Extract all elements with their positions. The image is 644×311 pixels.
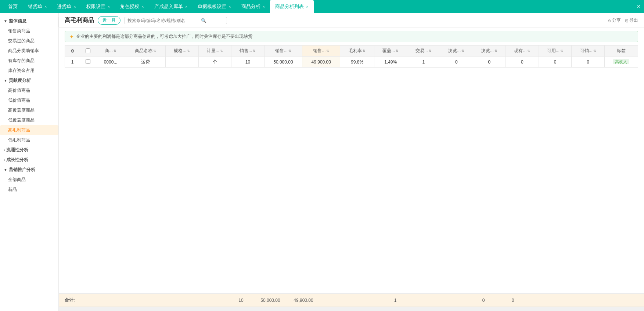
totals-cells: 10 50,000.00 49,900.00 1 0 0 bbox=[94, 298, 638, 303]
nav-template-settings[interactable]: 单据模板设置 × bbox=[193, 0, 236, 13]
col-spec[interactable]: 规格... ⇅ bbox=[166, 46, 199, 57]
nav-permission-settings[interactable]: 权限设置 × bbox=[81, 0, 115, 13]
close-product-inbound[interactable]: × bbox=[185, 4, 187, 9]
cell-browse2: 0 bbox=[473, 57, 506, 68]
close-purchase-order[interactable]: × bbox=[73, 4, 76, 9]
total-sales-qty: 10 bbox=[226, 298, 256, 303]
top-nav: 首页 销货单 × 进货单 × 权限设置 × 角色授权 × 产成品入库单 × 单据… bbox=[0, 0, 644, 13]
close-all-button[interactable]: × bbox=[637, 3, 640, 10]
tag-badge: 高收入 bbox=[613, 59, 629, 64]
col-tag[interactable]: 标签 bbox=[604, 46, 638, 57]
col-coverage[interactable]: 覆盖... ⇅ bbox=[374, 46, 407, 57]
nav-product-analysis[interactable]: 商品分析 × bbox=[236, 0, 270, 13]
sidebar-item-high-coverage[interactable]: 高覆盖度商品 bbox=[0, 105, 58, 115]
sidebar-item-traded-goods[interactable]: 交易过的商品 bbox=[0, 36, 58, 46]
col-sellable-stock[interactable]: 可销... ⇅ bbox=[572, 46, 605, 57]
cell-index: 1 bbox=[65, 57, 80, 68]
cell-browse1[interactable]: 0 bbox=[440, 57, 473, 68]
arrow-icon: ▼ bbox=[4, 19, 7, 23]
cell-sales-amount: 50,000.00 bbox=[264, 57, 302, 68]
table-wrap: ⚙ 商... ⇅ 商品名称 bbox=[59, 45, 644, 293]
sidebar-toggle[interactable]: « bbox=[58, 17, 59, 27]
select-all-checkbox[interactable] bbox=[86, 48, 90, 53]
cell-available-stock: 0 bbox=[539, 57, 572, 68]
sidebar-item-new-goods[interactable]: 新品 bbox=[0, 185, 58, 195]
nav-home[interactable]: 首页 bbox=[3, 0, 23, 13]
info-icon: ✦ bbox=[69, 34, 74, 40]
sort-icon-sales-profit: ⇅ bbox=[326, 49, 329, 53]
sidebar-section-contribution[interactable]: ▼ 贡献度分析 bbox=[0, 76, 58, 86]
browse1-link[interactable]: 0 bbox=[455, 59, 458, 65]
search-icon[interactable]: 🔍 bbox=[201, 18, 206, 23]
col-sales-amount[interactable]: 销售... ⇅ bbox=[264, 46, 302, 57]
col-sales-qty[interactable]: 销售... ⇅ bbox=[231, 46, 265, 57]
col-gross-margin[interactable]: 毛利率 ⇅ bbox=[340, 46, 374, 57]
share-icon: ⎋ bbox=[608, 18, 611, 23]
nav-product-analysis-list[interactable]: 商品分析列表 × bbox=[270, 0, 313, 13]
col-current-stock[interactable]: 现有... ⇅ bbox=[506, 46, 539, 57]
arrow-icon-contribution: ▼ bbox=[4, 79, 7, 83]
main-layout: « ▼ 整体信息 销售类商品 交易过的商品 商品分类助销率 有库存的商品 库存资… bbox=[0, 13, 644, 311]
export-icon: ⎗ bbox=[625, 18, 628, 23]
sidebar-item-low-value[interactable]: 低价值商品 bbox=[0, 95, 58, 105]
cell-sales-qty: 10 bbox=[231, 57, 265, 68]
close-permission-settings[interactable]: × bbox=[108, 4, 110, 9]
col-sales-profit[interactable]: 销售... ⇅ bbox=[302, 46, 340, 57]
sidebar-item-high-value[interactable]: 高价值商品 bbox=[0, 86, 58, 95]
scroll-bar[interactable] bbox=[59, 307, 644, 311]
search-input[interactable] bbox=[127, 18, 201, 23]
cell-coverage: 1.49% bbox=[374, 57, 407, 68]
filter-recent-month[interactable]: 近一月 bbox=[98, 16, 120, 25]
sidebar-item-all-goods[interactable]: 全部商品 bbox=[0, 175, 58, 185]
cell-gross-margin: 99.8% bbox=[340, 57, 374, 68]
sidebar-item-high-margin[interactable]: 高毛利商品 bbox=[0, 125, 58, 135]
sidebar-section-overall[interactable]: ▼ 整体信息 bbox=[0, 16, 58, 26]
cell-name: 运费 bbox=[125, 57, 165, 68]
cell-sellable-stock: 0 bbox=[572, 57, 605, 68]
table-header-row: ⚙ 商... ⇅ 商品名称 bbox=[65, 46, 638, 57]
page-title: 高毛利商品 bbox=[65, 17, 94, 24]
sidebar-section-growth[interactable]: › 成长性分析 bbox=[0, 155, 58, 165]
sort-icon-sellable-stock: ⇅ bbox=[593, 49, 596, 53]
nav-role-auth[interactable]: 角色授权 × bbox=[115, 0, 149, 13]
close-product-analysis[interactable]: × bbox=[263, 4, 265, 9]
content-header: 高毛利商品 近一月 🔍 ⎋ 分享 ⎗ 导出 bbox=[59, 13, 644, 28]
col-browse1[interactable]: 浏览... ⇅ bbox=[440, 46, 473, 57]
nav-product-inbound[interactable]: 产成品入库单 × bbox=[149, 0, 193, 13]
col-code[interactable]: 商... ⇅ bbox=[96, 46, 125, 57]
col-name[interactable]: 商品名称 ⇅ bbox=[125, 46, 165, 57]
sidebar-section-marketing[interactable]: ▼ 营销推广分析 bbox=[0, 165, 58, 175]
col-transaction[interactable]: 交易... ⇅ bbox=[407, 46, 440, 57]
export-button[interactable]: ⎗ 导出 bbox=[625, 17, 638, 23]
content-area: 高毛利商品 近一月 🔍 ⎋ 分享 ⎗ 导出 ✦ 企业的主要的利润都是这部分商品创… bbox=[59, 13, 644, 311]
nav-sales-order[interactable]: 销货单 × bbox=[23, 0, 52, 13]
cell-current-stock: 0 bbox=[506, 57, 539, 68]
totals-bar: 合计: 10 50,000.00 49,900.00 1 0 0 bbox=[59, 293, 644, 307]
sidebar-item-stock-fund[interactable]: 库存资金占用 bbox=[0, 66, 58, 76]
sidebar-item-low-coverage[interactable]: 低覆盖度商品 bbox=[0, 115, 58, 125]
total-current-stock: 0 bbox=[469, 298, 498, 303]
cell-checkbox[interactable] bbox=[80, 57, 96, 68]
col-available-stock[interactable]: 可用... ⇅ bbox=[539, 46, 572, 57]
col-browse2[interactable]: 浏览... ⇅ bbox=[473, 46, 506, 57]
close-template-settings[interactable]: × bbox=[229, 4, 231, 9]
total-sales-profit: 49,900.00 bbox=[285, 298, 322, 303]
close-product-analysis-list[interactable]: × bbox=[306, 4, 308, 9]
nav-purchase-order[interactable]: 进货单 × bbox=[52, 0, 81, 13]
arrow-icon-liquidity: › bbox=[4, 148, 5, 152]
close-sales-order[interactable]: × bbox=[44, 4, 47, 9]
sidebar-item-low-margin[interactable]: 低毛利商品 bbox=[0, 135, 58, 145]
share-button[interactable]: ⎋ 分享 bbox=[608, 17, 621, 23]
col-settings[interactable]: ⚙ bbox=[65, 46, 80, 57]
sort-icon-name: ⇅ bbox=[153, 49, 156, 53]
info-bar: ✦ 企业的主要的利润都是这部分商品创造的，可考虑加大推广，同时关注库存是不要出现… bbox=[65, 31, 638, 42]
close-role-auth[interactable]: × bbox=[141, 4, 144, 9]
sidebar-item-in-stock[interactable]: 有库存的商品 bbox=[0, 56, 58, 66]
sidebar-item-category-rate[interactable]: 商品分类助销率 bbox=[0, 46, 58, 56]
sidebar-item-sales-goods[interactable]: 销售类商品 bbox=[0, 26, 58, 36]
col-checkbox[interactable] bbox=[80, 46, 96, 57]
row-checkbox[interactable] bbox=[86, 59, 90, 64]
sort-icon-sales-qty: ⇅ bbox=[253, 49, 256, 53]
sidebar-section-liquidity[interactable]: › 流通性分析 bbox=[0, 145, 58, 155]
col-unit[interactable]: 计量... ⇅ bbox=[198, 46, 231, 57]
